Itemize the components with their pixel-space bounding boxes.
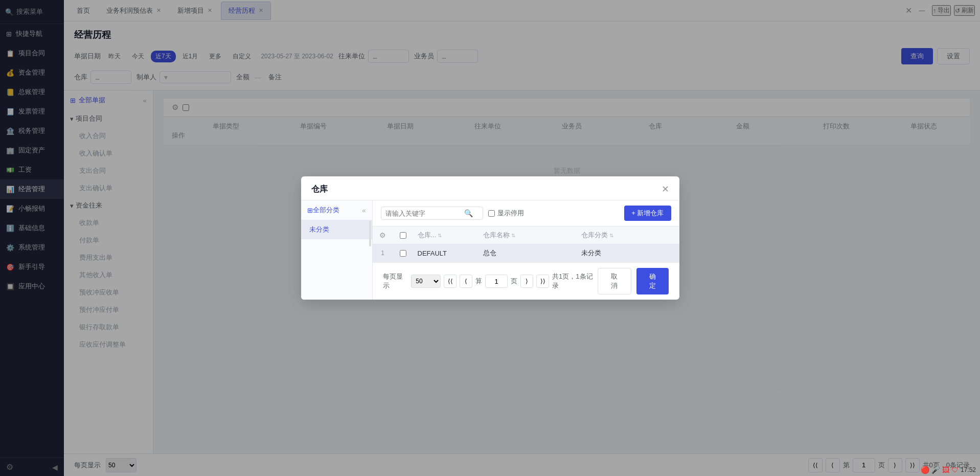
row-checkbox-1[interactable] xyxy=(400,250,406,257)
warehouse-modal: 仓库 ✕ ⊞ 全部分类 « 未分类 xyxy=(301,176,679,300)
modal-actions: 取消 确定 xyxy=(598,268,669,294)
modal-col-gear: ⚙ xyxy=(373,231,393,239)
modal-table-header: ⚙ 仓库... ⇅ 仓库名称 ⇅ xyxy=(373,226,679,244)
grid-icon-modal: ⊞ xyxy=(307,207,313,214)
modal-title: 仓库 xyxy=(311,184,328,195)
search-icon-modal: 🔍 xyxy=(464,209,473,217)
modal-last-page-btn[interactable]: ⟩⟩ xyxy=(536,275,549,288)
modal-all-categories[interactable]: ⊞ 全部分类 « xyxy=(301,200,372,220)
modal-sidebar-scrollbar[interactable] xyxy=(369,221,371,246)
modal-col-code: 仓库... ⇅ xyxy=(414,231,483,240)
system-tray: 🔴 🎤 🖼 🛡 17:52 xyxy=(917,464,980,476)
tray-icon-1: 🔴 xyxy=(921,466,929,474)
tray-time: 17:52 xyxy=(961,466,976,473)
row-name: 总仓 xyxy=(483,248,581,258)
modal-close-btn[interactable]: ✕ xyxy=(662,184,669,195)
cancel-btn[interactable]: 取消 xyxy=(598,268,631,294)
modal-gear-icon[interactable]: ⚙ xyxy=(379,231,386,239)
modal-page-input[interactable] xyxy=(485,275,508,288)
row-code: DEFAULT xyxy=(414,250,483,257)
row-gear: 1 xyxy=(373,250,393,257)
row-index: 1 xyxy=(381,250,384,257)
modal-col-chk xyxy=(393,232,414,239)
modal-sidebar-item-uncategorized[interactable]: 未分类 xyxy=(301,220,372,239)
modal-body: ⊞ 全部分类 « 未分类 🔍 xyxy=(301,200,679,300)
tray-icon-4: 🛡 xyxy=(951,466,959,474)
modal-next-page-btn[interactable]: ⟩ xyxy=(520,275,533,288)
collapse-modal-sidebar-icon[interactable]: « xyxy=(362,207,366,214)
modal-table: ⚙ 仓库... ⇅ 仓库名称 ⇅ xyxy=(373,226,679,262)
modal-content-area: 🔍 显示停用 + 新增仓库 ⚙ xyxy=(373,200,679,300)
sort-cat-icon[interactable]: ⇅ xyxy=(609,233,613,238)
modal-first-page-btn[interactable]: ⟨⟨ xyxy=(444,275,457,288)
modal-select-all[interactable] xyxy=(400,232,406,239)
modal-overlay: 仓库 ✕ ⊞ 全部分类 « 未分类 xyxy=(0,0,980,476)
show-disabled-checkbox[interactable] xyxy=(488,210,495,217)
show-disabled-label[interactable]: 显示停用 xyxy=(488,209,524,218)
modal-prev-page-btn[interactable]: ⟨ xyxy=(460,275,472,288)
modal-search-box[interactable]: 🔍 xyxy=(381,207,483,220)
modal-col-name: 仓库名称 ⇅ xyxy=(483,231,581,240)
tray-icon-3: 🖼 xyxy=(942,466,949,474)
modal-search-input[interactable] xyxy=(385,210,462,217)
sort-code-icon[interactable]: ⇅ xyxy=(438,233,442,238)
confirm-btn[interactable]: 确定 xyxy=(636,268,669,294)
modal-search-wrap: 🔍 显示停用 xyxy=(381,207,524,220)
row-chk[interactable] xyxy=(393,250,414,257)
modal-header: 仓库 ✕ xyxy=(301,176,679,200)
modal-footer: 每页显示 50 100 ⟨⟨ ⟨ 算 页 ⟩ ⟩⟩ 共1页，1条记录 xyxy=(373,262,679,300)
row-cat: 未分类 xyxy=(581,248,679,258)
tray-icon-2: 🎤 xyxy=(931,466,940,474)
modal-sidebar: ⊞ 全部分类 « 未分类 xyxy=(301,200,373,300)
sort-name-icon[interactable]: ⇅ xyxy=(511,233,515,238)
modal-page-size-select[interactable]: 50 100 xyxy=(411,275,441,288)
modal-toolbar: 🔍 显示停用 + 新增仓库 xyxy=(373,200,679,226)
modal-col-cat: 仓库分类 ⇅ xyxy=(581,231,679,240)
modal-pagination: 每页显示 50 100 ⟨⟨ ⟨ 算 页 ⟩ ⟩⟩ 共1页，1条记录 xyxy=(383,272,598,290)
add-warehouse-btn[interactable]: + 新增仓库 xyxy=(624,206,671,221)
modal-table-row[interactable]: 1 DEFAULT 总仓 未分类 xyxy=(373,244,679,262)
